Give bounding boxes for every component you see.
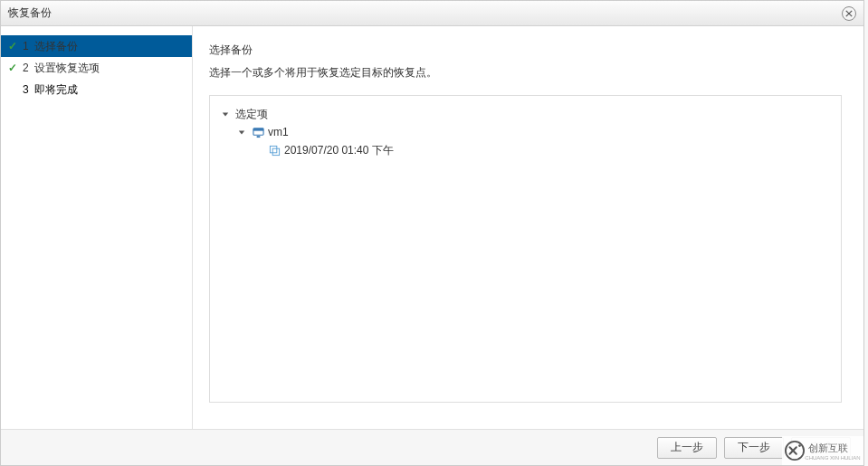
step-select-backup[interactable]: ✓ 1 选择备份 xyxy=(1,35,192,57)
tree-root-row[interactable]: 选定项 xyxy=(217,105,834,123)
tree-root-label: 选定项 xyxy=(235,107,268,122)
content-panel: 选择备份 选择一个或多个将用于恢复选定目标的恢复点。 选定项 xyxy=(193,26,863,431)
svg-marker-3 xyxy=(239,130,244,134)
step-number: 3 xyxy=(23,83,29,96)
wizard-sidebar: ✓ 1 选择备份 ✓ 2 设置恢复选项 ✓ 3 即将完成 xyxy=(1,26,193,431)
step-label: 即将完成 xyxy=(34,82,78,98)
checkmark-icon: ✓ xyxy=(8,62,21,74)
backup-tree-panel: 选定项 vm1 xyxy=(209,95,842,403)
restore-backup-dialog: 恢复备份 ✓ 1 选择备份 ✓ 2 设置恢复选项 ✓ 3 即将完成 xyxy=(0,0,864,466)
svg-marker-2 xyxy=(223,112,228,116)
dialog-footer: 上一步 下一步 完成 xyxy=(1,429,863,465)
tree-collapse-toggle[interactable] xyxy=(221,109,230,119)
content-title: 选择备份 xyxy=(209,43,842,58)
svg-rect-5 xyxy=(253,128,262,130)
title-bar: 恢复备份 xyxy=(1,1,863,26)
tree-vm-row[interactable]: vm1 xyxy=(217,123,834,141)
chevron-down-icon xyxy=(238,128,245,136)
tree-vm-label: vm1 xyxy=(268,126,289,138)
close-icon xyxy=(845,10,853,17)
step-set-restore-options[interactable]: ✓ 2 设置恢复选项 xyxy=(1,57,192,79)
dialog-body: ✓ 1 选择备份 ✓ 2 设置恢复选项 ✓ 3 即将完成 选择备份 选择一个或多… xyxy=(1,26,863,431)
step-number: 2 xyxy=(23,62,29,74)
content-subtitle: 选择一个或多个将用于恢复选定目标的恢复点。 xyxy=(209,65,842,81)
next-button[interactable]: 下一步 xyxy=(724,437,784,459)
tree-snapshot-row[interactable]: 2019/07/20 01:40 下午 xyxy=(217,141,834,159)
previous-button[interactable]: 上一步 xyxy=(657,437,717,459)
tree-collapse-toggle[interactable] xyxy=(237,128,246,137)
step-label: 设置恢复选项 xyxy=(34,61,100,76)
step-label: 选择备份 xyxy=(34,39,78,54)
finish-button[interactable]: 完成 xyxy=(791,437,851,459)
close-button[interactable] xyxy=(842,6,856,21)
vm-icon xyxy=(252,126,264,138)
checkmark-icon: ✓ xyxy=(8,40,21,52)
chevron-down-icon xyxy=(222,110,229,118)
svg-rect-8 xyxy=(272,148,279,155)
step-ready-to-complete[interactable]: ✓ 3 即将完成 xyxy=(1,79,192,100)
dialog-title: 恢复备份 xyxy=(8,5,52,21)
snapshot-icon xyxy=(268,144,281,157)
svg-rect-6 xyxy=(256,136,260,138)
svg-rect-7 xyxy=(270,146,276,152)
step-number: 1 xyxy=(23,40,29,52)
tree-snapshot-label: 2019/07/20 01:40 下午 xyxy=(284,143,394,158)
